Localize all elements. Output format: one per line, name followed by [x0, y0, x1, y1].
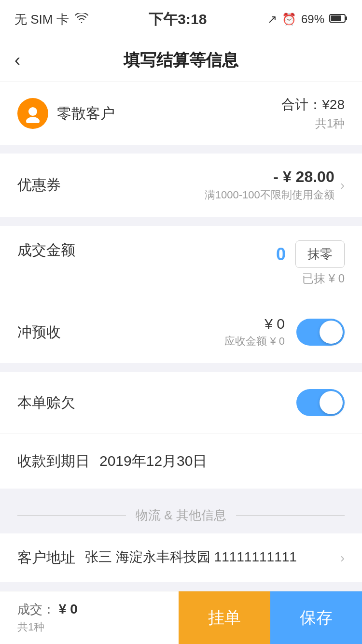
due-date-value: 2019年12月30日	[99, 451, 207, 471]
svg-point-3	[28, 107, 37, 116]
debt-section: 本单赊欠 收款到期日 2019年12月30日	[0, 372, 362, 489]
coupon-subtext: 满1000-100不限制使用金额	[205, 188, 334, 202]
status-time: 下午3:18	[149, 10, 207, 29]
due-date-row: 收款到期日 2019年12月30日	[0, 434, 362, 489]
prereceive-right: ¥ 0 应收金额 ¥ 0	[224, 316, 345, 349]
total-count: 共1种	[281, 116, 345, 131]
amount-row: 成交金额 0 抹零 已抹 ¥ 0	[0, 226, 362, 301]
amount-label: 成交金额	[17, 240, 75, 260]
battery-icon	[329, 13, 348, 26]
bottom-info: 成交： ¥ 0 共1种	[0, 601, 179, 634]
address-row[interactable]: 客户地址 张三 海淀永丰科技园 11111111111 ›	[0, 533, 362, 582]
customer-total: 合计：¥28 共1种	[281, 96, 345, 131]
customer-row: 零散客户 合计：¥28 共1种	[0, 82, 362, 145]
debt-toggle-knob	[320, 391, 343, 414]
back-button[interactable]: ‹	[14, 50, 20, 70]
svg-point-4	[26, 117, 40, 123]
divider-line-left	[17, 515, 126, 516]
already-rounded: 已抹 ¥ 0	[276, 271, 345, 286]
debt-row: 本单赊欠	[0, 372, 362, 434]
nav-title: 填写结算等信息	[124, 49, 238, 71]
due-label: 收款到期日	[17, 451, 90, 471]
svg-rect-2	[331, 15, 341, 21]
bottom-deal-label: 成交：	[17, 602, 55, 616]
svg-rect-1	[346, 16, 347, 20]
customer-section: 零散客户 合计：¥28 共1种	[0, 82, 362, 145]
debt-toggle[interactable]	[296, 389, 345, 416]
prereceive-subtext: 应收金额 ¥ 0	[224, 334, 285, 349]
alarm-icon: ⏰	[282, 13, 296, 26]
prereceive-label: 冲预收	[17, 322, 61, 342]
logistics-label: 物流 & 其他信息	[136, 507, 226, 524]
debt-label: 本单赊欠	[17, 393, 75, 413]
hang-button[interactable]: 挂单	[179, 591, 270, 644]
bottom-deal-amount: ¥ 0	[59, 602, 78, 616]
address-value: 张三 海淀永丰科技园 11111111111	[85, 548, 340, 566]
coupon-row[interactable]: 优惠券 - ¥ 28.00 满1000-100不限制使用金额 ›	[0, 154, 362, 217]
prereceive-toggle[interactable]	[296, 319, 345, 346]
carrier-label: 无 SIM 卡	[14, 11, 69, 28]
total-amount: 合计：¥28	[281, 96, 345, 114]
amount-section: 成交金额 0 抹零 已抹 ¥ 0 冲预收 ¥ 0 应收金额 ¥ 0	[0, 226, 362, 363]
status-bar: 无 SIM 卡 下午3:18 ↗ ⏰ 69%	[0, 0, 362, 39]
nav-bar: ‹ 填写结算等信息	[0, 39, 362, 82]
wifi-icon	[75, 12, 88, 27]
coupon-chevron: ›	[340, 178, 345, 193]
logistics-divider: 物流 & 其他信息	[0, 497, 362, 533]
address-label: 客户地址	[17, 548, 75, 568]
status-left: 无 SIM 卡	[14, 11, 88, 28]
save-button[interactable]: 保存	[270, 591, 362, 644]
round-button[interactable]: 抹零	[295, 240, 345, 268]
coupon-section: 优惠券 - ¥ 28.00 满1000-100不限制使用金额 ›	[0, 154, 362, 217]
amount-value: 0	[276, 244, 286, 265]
status-right: ↗ ⏰ 69%	[267, 13, 348, 26]
amount-right: 0 抹零	[276, 240, 345, 268]
battery-percent: 69%	[301, 13, 324, 26]
location-icon: ↗	[267, 13, 277, 26]
coupon-label: 优惠券	[17, 175, 61, 195]
address-left: 客户地址 张三 海淀永丰科技园 11111111111	[17, 548, 340, 568]
bottom-bar: 成交： ¥ 0 共1种 挂单 保存	[0, 591, 362, 644]
address-section: 客户地址 张三 海淀永丰科技园 11111111111 ›	[0, 533, 362, 582]
prereceive-value: ¥ 0	[224, 316, 285, 332]
bottom-count: 共1种	[17, 620, 161, 634]
customer-left: 零散客户	[17, 98, 115, 129]
address-chevron: ›	[340, 550, 345, 566]
prereceive-row: 冲预收 ¥ 0 应收金额 ¥ 0	[0, 301, 362, 363]
divider-line-right	[236, 515, 345, 516]
customer-name: 零散客户	[57, 104, 115, 124]
toggle-knob	[320, 321, 343, 344]
bottom-deal-row: 成交： ¥ 0	[17, 601, 161, 618]
coupon-discount: - ¥ 28.00	[205, 168, 334, 186]
avatar	[17, 98, 48, 129]
prereceive-amounts: ¥ 0 应收金额 ¥ 0	[224, 316, 285, 349]
